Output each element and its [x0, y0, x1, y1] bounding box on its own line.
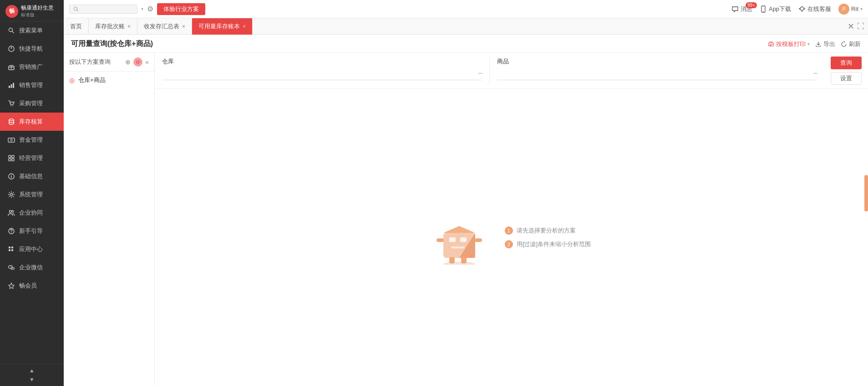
svg-rect-44: [449, 237, 456, 242]
tab-close-stock-summary[interactable]: ×: [182, 23, 185, 30]
topbar-user-menu[interactable]: R Rit ▾: [838, 4, 863, 15]
svg-rect-6: [11, 84, 12, 88]
member-icon: [7, 282, 15, 290]
tabs-expand-btn[interactable]: ⛶: [857, 22, 864, 31]
shopping-icon: [7, 99, 15, 108]
sidebar-item-basic-info[interactable]: 基础信息: [0, 167, 64, 185]
svg-point-31: [10, 267, 10, 267]
filter-add-icon[interactable]: ⊕: [125, 58, 131, 66]
sidebar-item-search[interactable]: 搜索菜单: [0, 21, 64, 40]
sidebar-item-label: 库存核算: [19, 118, 43, 126]
product-input[interactable]: [497, 70, 813, 77]
sidebar-item-enterprise[interactable]: 企业协同: [0, 204, 64, 222]
gift-icon: [7, 63, 15, 71]
svg-rect-41: [770, 44, 772, 45]
sidebar-item-inventory[interactable]: 库存核算: [0, 113, 64, 131]
topbar-customer-service[interactable]: 在线客服: [798, 5, 831, 13]
sidebar-item-label: 畅会员: [19, 282, 37, 290]
sidebar-item-member[interactable]: 畅会员: [0, 277, 64, 295]
setting-btn[interactable]: 设置: [831, 72, 862, 85]
product-label: 商品: [497, 57, 817, 66]
topbar-messages[interactable]: 消息 99+: [731, 5, 752, 13]
svg-rect-15: [9, 159, 11, 161]
sidebar-item-quicknav[interactable]: 快捷导航: [0, 40, 64, 58]
sidebar-item-system[interactable]: 系统管理: [0, 185, 64, 204]
empty-illustration: [432, 210, 487, 265]
svg-point-22: [12, 211, 14, 212]
empty-tip-2: 2 用[过滤]条件来缩小分析范围: [505, 240, 591, 248]
topbar-dropdown-icon[interactable]: ▾: [141, 6, 143, 11]
print-dropdown-icon: ▾: [807, 41, 810, 46]
tip-num-1: 1: [505, 226, 513, 235]
svg-point-20: [10, 193, 13, 196]
product-more-icon[interactable]: ···: [813, 68, 817, 78]
query-btn[interactable]: 查询: [831, 57, 862, 69]
user-dropdown-icon: ▾: [860, 6, 863, 11]
sidebar-logo: 畅 畅康通好生意 标准版: [0, 0, 64, 21]
refresh-btn[interactable]: 刷新: [841, 40, 861, 48]
sidebar-item-label: 企业协同: [19, 209, 43, 217]
filter-item-warehouse-product[interactable]: ◎ 仓库+商品: [64, 72, 154, 89]
tab-stock-summary[interactable]: 收发存汇总表 ×: [137, 18, 192, 35]
sidebar-nav: 搜索菜单 快捷导航 营销推广 销售管理 采购管理: [0, 21, 64, 364]
warehouse-more-icon[interactable]: ···: [478, 68, 482, 78]
topbar-gear-icon[interactable]: ⚙: [147, 5, 153, 13]
sidebar-scroll-down[interactable]: ▼: [0, 375, 64, 384]
svg-rect-14: [12, 155, 14, 158]
filter-panel: 按以下方案查询 ⊕ ⚙ « ◎ 仓库+商品: [64, 53, 155, 386]
tab-close-available-stock[interactable]: ×: [243, 23, 246, 30]
tabs-close-all-btn[interactable]: ✕: [848, 21, 854, 31]
filter-collapse-icon[interactable]: «: [145, 58, 149, 66]
trial-btn[interactable]: 体验行业方案: [157, 3, 205, 15]
empty-tips: 1 请先选择要分析的方案 2 用[过滤]条件来缩小分析范围: [505, 226, 591, 248]
sidebar-item-operations[interactable]: 经营管理: [0, 149, 64, 167]
sidebar-scroll-up[interactable]: ▲: [0, 366, 64, 375]
sidebar-item-wechat[interactable]: 企业微信: [0, 258, 64, 277]
sidebar-item-finance[interactable]: 资金管理: [0, 131, 64, 149]
svg-rect-47: [437, 238, 444, 242]
topbar-search-box[interactable]: [69, 5, 137, 14]
topbar-search-input[interactable]: [81, 6, 122, 12]
export-btn[interactable]: 导出: [815, 40, 835, 48]
svg-line-1: [12, 31, 14, 33]
wechat-icon: [7, 263, 15, 272]
tab-close-inventory-batch[interactable]: ×: [127, 23, 131, 30]
svg-point-24: [11, 232, 12, 233]
msg-badge: 99+: [746, 2, 757, 8]
tab-home[interactable]: 首页: [64, 18, 89, 35]
svg-rect-42: [770, 45, 772, 46]
right-edge-scrollbar: [864, 175, 868, 211]
svg-point-21: [10, 210, 12, 212]
warehouse-input[interactable]: [162, 70, 478, 77]
warehouse-label: 仓库: [162, 57, 482, 66]
topbar: ▾ ⚙ 体验行业方案 消息 99+ App下载 在线客服 R Rit ▾: [64, 0, 868, 18]
manage-icon: [7, 154, 15, 162]
print-template-btn[interactable]: 按模板打印 ▾: [768, 40, 810, 48]
filter-settings-icon[interactable]: ⚙: [133, 57, 142, 67]
filter-item-icon: ◎: [69, 77, 75, 84]
svg-point-39: [800, 7, 804, 10]
tab-inventory-batch[interactable]: 库存批次账 ×: [89, 18, 137, 35]
sidebar-item-label: 系统管理: [19, 190, 43, 199]
sidebar-item-label: 企业微信: [19, 263, 43, 272]
sidebar-item-label: 快捷导航: [19, 45, 43, 53]
svg-point-34: [13, 268, 14, 268]
print-icon: [768, 41, 774, 47]
sidebar-item-guide[interactable]: 新手引导: [0, 222, 64, 240]
svg-line-36: [77, 10, 78, 11]
sidebar-item-marketing[interactable]: 营销推广: [0, 58, 64, 76]
apps-icon: [7, 245, 15, 253]
topbar-app-download[interactable]: App下载: [760, 5, 791, 13]
search-icon: [7, 26, 15, 35]
svg-point-33: [12, 268, 12, 268]
empty-state: 1 请先选择要分析的方案 2 用[过滤]条件来缩小分析范围: [155, 89, 868, 386]
sidebar-item-sales[interactable]: 销售管理: [0, 76, 64, 94]
empty-tip-text-1: 请先选择要分析的方案: [517, 226, 576, 235]
page-title-bar: 可用量查询(按仓库+商品) 按模板打印 ▾ 导出 刷新: [64, 35, 868, 53]
tab-available-stock[interactable]: 可用量库存账本 ×: [192, 18, 253, 35]
sidebar-item-label: 营销推广: [19, 63, 43, 71]
sidebar-item-apps[interactable]: 应用中心: [0, 240, 64, 258]
svg-point-9: [12, 105, 13, 106]
team-icon: [7, 209, 15, 217]
sidebar-item-purchase[interactable]: 采购管理: [0, 94, 64, 113]
